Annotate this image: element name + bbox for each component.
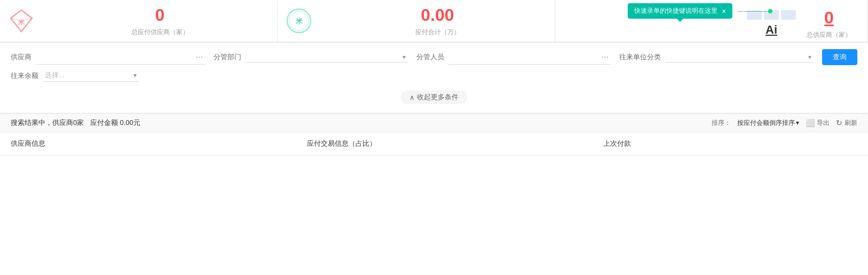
table-content — [0, 155, 868, 262]
table-header: 供应商信息 应付交易信息（占比） 上次付款 — [0, 132, 868, 155]
results-text: 搜索结果中，供应商0家 — [11, 119, 84, 127]
collapse-arrow-icon: ∧ — [409, 93, 415, 101]
balance-chevron-icon: ▾ — [133, 72, 137, 79]
refresh-button[interactable]: ↻ 刷新 — [836, 119, 857, 128]
dept-chevron-icon: ▾ — [403, 53, 406, 61]
svg-text:米: 米 — [295, 17, 303, 25]
supplier-dots-button[interactable]: ··· — [196, 52, 203, 62]
refresh-label: 刷新 — [845, 119, 857, 128]
svg-text:米: 米 — [18, 19, 25, 26]
supplier-input-wrap[interactable]: ··· — [36, 50, 205, 65]
supplier-filter-group: 供应商 ··· — [11, 50, 205, 65]
ai-box-3 — [781, 10, 796, 20]
ai-label: Ai — [766, 23, 777, 37]
table-col-supplier-info: 供应商信息 — [11, 139, 307, 148]
stat-block-payable-suppliers: 米 0 总应付供应商（家） — [0, 0, 278, 42]
export-button[interactable]: ⬜ 导出 — [806, 119, 830, 128]
stat-block-payable-total: 米 0.00 应付合计（万） — [278, 0, 555, 42]
results-info: 搜索结果中，供应商0家 应付金额 0.00元 — [11, 118, 140, 128]
coin-logo-area: 米 — [278, 0, 320, 42]
unit-category-chevron-icon: ▾ — [808, 53, 811, 61]
tooltip-popup: 快速录单的快捷键说明在这里 × — [628, 3, 732, 19]
balance-filter-group: 往来余额 选择... ▾ — [11, 69, 171, 82]
diamond-logo-area: 米 — [0, 0, 43, 42]
filters-area: 供应商 ··· 分管部门 ▾ 分管人员 ··· 往来单位分类 — [0, 43, 868, 113]
payable-suppliers-content: 0 总应付供应商（家） — [43, 5, 277, 36]
person-dots-button[interactable]: ··· — [602, 52, 609, 62]
dept-filter-group: 分管部门 ▾ — [214, 52, 408, 62]
filter-row-1: 供应商 ··· 分管部门 ▾ 分管人员 ··· 往来单位分类 — [11, 49, 857, 65]
sort-chevron-icon: ▾ — [796, 119, 799, 127]
table-col-transaction-info: 应付交易信息（占比） — [307, 139, 603, 148]
export-icon: ⬜ — [806, 119, 815, 127]
tooltip-text: 快速录单的快捷键说明在这里 — [634, 6, 717, 15]
refresh-icon: ↻ — [836, 119, 842, 127]
tooltip-line — [738, 11, 767, 12]
total-suppliers-label: 总供应商（家） — [807, 30, 851, 40]
balance-placeholder: 选择... — [45, 70, 133, 80]
unit-category-label: 往来单位分类 — [619, 52, 661, 62]
coin-icon: 米 — [285, 7, 313, 35]
diamond-icon: 米 — [8, 7, 35, 34]
supplier-input[interactable] — [38, 51, 194, 63]
collapse-label: 收起更多条件 — [417, 92, 459, 102]
sort-select[interactable]: 按应付会额倒序排序 ▾ — [737, 119, 799, 128]
payable-total-content: 0.00 应付合计（万） — [320, 5, 555, 36]
total-suppliers-count: 0 — [824, 7, 834, 28]
sort-label: 排序： — [712, 119, 731, 128]
unit-category-select[interactable]: ▾ — [665, 52, 814, 62]
search-button[interactable]: 查询 — [822, 49, 857, 65]
payable-total-label: 应付合计（万） — [415, 28, 460, 37]
filter-row-2: 往来余额 选择... ▾ — [11, 69, 857, 82]
dept-select[interactable]: ▾ — [246, 52, 408, 62]
dept-label: 分管部门 — [214, 52, 241, 62]
stats-bar: 米 0 总应付供应商（家） 米 0.00 应付合计（万） 快速录单的快捷键说明在… — [0, 0, 868, 43]
ai-section: Ai — [747, 10, 796, 37]
export-label: 导出 — [817, 119, 830, 128]
balance-label: 往来余额 — [11, 71, 38, 81]
ai-box-1 — [747, 10, 762, 20]
collapse-button[interactable]: ∧ 收起更多条件 — [401, 90, 467, 104]
table-col-last-payment: 上次付款 — [603, 139, 857, 148]
payable-suppliers-count: 0 — [155, 5, 165, 25]
payable-total-count: 0.00 — [421, 5, 454, 25]
results-actions: 排序： 按应付会额倒序排序 ▾ ⬜ 导出 ↻ 刷新 — [712, 119, 857, 128]
person-input[interactable] — [451, 51, 599, 63]
person-input-wrap[interactable]: ··· — [448, 50, 611, 65]
balance-select[interactable]: 选择... ▾ — [43, 69, 139, 82]
person-label: 分管人员 — [416, 52, 444, 62]
tooltip-dot — [768, 9, 772, 13]
supplier-label: 供应商 — [11, 52, 31, 62]
tooltip-close-button[interactable]: × — [722, 7, 726, 15]
unit-category-filter-group: 往来单位分类 ▾ — [619, 52, 814, 62]
sort-value: 按应付会额倒序排序 — [737, 119, 795, 128]
collapse-bar: ∧ 收起更多条件 — [11, 86, 857, 106]
stat-block-total-suppliers: 快速录单的快捷键说明在这里 × Ai 0 总供应商（家） — [555, 0, 868, 42]
person-filter-group: 分管人员 ··· — [416, 50, 611, 65]
payable-suppliers-label: 总应付供应商（家） — [131, 28, 189, 37]
total-suppliers-section: 0 总供应商（家） — [807, 7, 851, 39]
results-bar: 搜索结果中，供应商0家 应付金额 0.00元 排序： 按应付会额倒序排序 ▾ ⬜… — [0, 113, 868, 132]
results-amount: 应付金额 0.00元 — [90, 119, 140, 127]
